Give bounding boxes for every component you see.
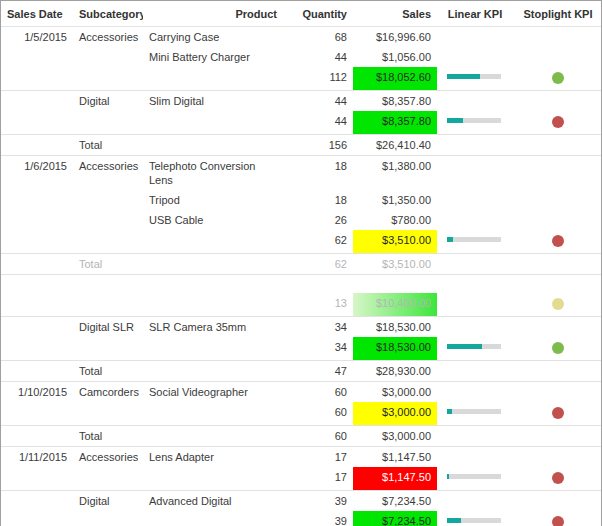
- cell-sales-date: [1, 190, 73, 210]
- cell-sales-date: [1, 67, 73, 91]
- cell-sales-date: 1/6/2015: [1, 156, 73, 191]
- cell-sales-date: [1, 467, 73, 491]
- cell-product: [143, 467, 283, 491]
- cell-sales: $3,000.00: [353, 402, 437, 426]
- stoplight-yellow-indicator-icon: [552, 298, 564, 310]
- cell-subcategory: Accessories: [73, 156, 143, 191]
- linear-kpi-bar-fill: [447, 237, 453, 242]
- cell-sales: $3,510.00: [353, 230, 437, 254]
- cell-stoplight-kpi: [513, 27, 602, 48]
- cell-subcategory: [73, 467, 143, 491]
- linear-kpi-bar: [447, 74, 501, 79]
- stoplight-red-indicator-icon: [552, 516, 564, 526]
- cell-stoplight-kpi: [513, 381, 602, 402]
- cell-sales: $8,357.80: [353, 91, 437, 112]
- cell-sales-date: [1, 47, 73, 67]
- cell-linear-kpi: [437, 156, 513, 191]
- cell-linear-kpi: [437, 490, 513, 511]
- cell-linear-kpi: [437, 511, 513, 526]
- cell-subcategory: Digital: [73, 490, 143, 511]
- cell-linear-kpi: [437, 27, 513, 48]
- cell-quantity: 60: [283, 425, 353, 446]
- cell-subcategory: Total: [73, 135, 143, 156]
- linear-kpi-bar-fill: [447, 474, 449, 479]
- stoplight-green-indicator-icon: [552, 342, 564, 354]
- cell-quantity: 60: [283, 402, 353, 426]
- cell-stoplight-kpi: [513, 67, 602, 91]
- cell-sales-date: 1/11/2015: [1, 446, 73, 467]
- cell-sales: $16,996.60: [353, 27, 437, 48]
- linear-kpi-bar-fill: [447, 409, 452, 414]
- stoplight-red-indicator-icon: [552, 116, 564, 128]
- cell-sales: $1,056.00: [353, 47, 437, 67]
- cell-linear-kpi: [437, 254, 513, 275]
- cell-quantity: 112: [283, 67, 353, 91]
- column-header-subcategory: Subcategory: [73, 1, 143, 27]
- column-header-linear-kpi: Linear KPI: [437, 1, 513, 27]
- cell-sales: $10,400.00: [353, 293, 437, 317]
- cell-subcategory: Digital: [73, 91, 143, 112]
- cell-linear-kpi: [437, 47, 513, 67]
- cell-linear-kpi: [437, 293, 513, 317]
- cell-subcategory: Accessories: [73, 446, 143, 467]
- cell-quantity: 44: [283, 47, 353, 67]
- cell-quantity: 39: [283, 511, 353, 526]
- cell-quantity: 44: [283, 111, 353, 135]
- cell-product: Social Videographer: [143, 381, 283, 402]
- cell-linear-kpi: [437, 337, 513, 361]
- cell-product: [143, 360, 283, 381]
- cell-quantity: 17: [283, 467, 353, 491]
- table-header: Sales Date Subcategory Product Quantity …: [1, 1, 602, 27]
- cell-product: USB Cable: [143, 210, 283, 230]
- cell-subcategory: [73, 111, 143, 135]
- cell-quantity: 68: [283, 27, 353, 48]
- cell-sales: $28,930.00: [353, 360, 437, 381]
- cell-linear-kpi: [437, 316, 513, 337]
- cell-sales-date: [1, 293, 73, 317]
- cell-quantity: 39: [283, 490, 353, 511]
- column-header-stoplight-kpi: Stoplight KPI: [513, 1, 602, 27]
- cell-sales: $18,530.00: [353, 316, 437, 337]
- cell-linear-kpi: [437, 67, 513, 91]
- cell-sales: $18,530.00: [353, 337, 437, 361]
- table-row: Tripod18$1,350.00: [1, 190, 602, 210]
- cell-sales-date: [1, 425, 73, 446]
- table-row: 62$3,510.00: [1, 230, 602, 254]
- cell-sales: $3,000.00: [353, 425, 437, 446]
- cell-subcategory: Total: [73, 254, 143, 275]
- cell-product: [143, 67, 283, 91]
- cell-quantity: 44: [283, 91, 353, 112]
- cell-stoplight-kpi: [513, 402, 602, 426]
- cell-sales-date: [1, 511, 73, 526]
- cell-linear-kpi: [437, 111, 513, 135]
- cell-stoplight-kpi: [513, 360, 602, 381]
- cell-subcategory: [73, 511, 143, 526]
- cell-sales: $7,234.50: [353, 511, 437, 526]
- cell-sales: $1,380.00: [353, 156, 437, 191]
- table-row: DigitalAdvanced Digital39$7,234.50: [1, 490, 602, 511]
- table-row: Total156$26,410.40: [1, 135, 602, 156]
- cell-subcategory: Total: [73, 425, 143, 446]
- table-row: 34$18,530.00: [1, 337, 602, 361]
- cell-product: Slim Digital: [143, 91, 283, 112]
- cell-stoplight-kpi: [513, 511, 602, 526]
- table-row: Total62$3,510.00: [1, 254, 602, 275]
- table-row: 112$18,052.60: [1, 67, 602, 91]
- table-row: Digital SLRSLR Camera 35mm34$18,530.00: [1, 316, 602, 337]
- cell-stoplight-kpi: [513, 293, 602, 317]
- cell-subcategory: Digital SLR: [73, 316, 143, 337]
- cell-quantity: 34: [283, 316, 353, 337]
- cell-sales-date: 1/5/2015: [1, 27, 73, 48]
- linear-kpi-bar: [447, 118, 501, 123]
- column-header-product: Product: [143, 1, 283, 27]
- table-row: 60$3,000.00: [1, 402, 602, 426]
- cell-sales-date: [1, 254, 73, 275]
- table-row: 1/11/2015AccessoriesLens Adapter17$1,147…: [1, 446, 602, 467]
- table-row: [1, 275, 602, 293]
- cell-quantity: 17: [283, 446, 353, 467]
- cell-linear-kpi: [437, 91, 513, 112]
- cell-product: [143, 111, 283, 135]
- cell-product: Lens Adapter: [143, 446, 283, 467]
- cell-subcategory: [73, 190, 143, 210]
- cell-linear-kpi: [437, 381, 513, 402]
